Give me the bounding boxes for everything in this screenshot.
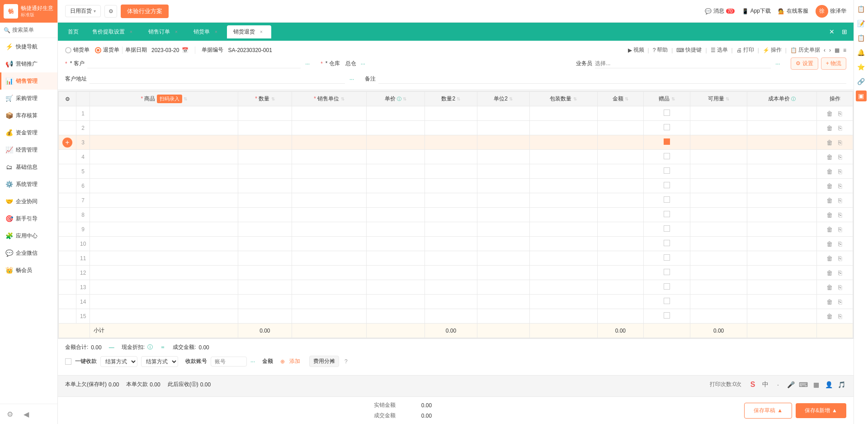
row-gift-cell[interactable] xyxy=(644,164,690,179)
nav-next-icon[interactable]: › xyxy=(829,47,831,53)
sidebar-item-finance[interactable]: 💰 资金管理 xyxy=(0,124,57,141)
gift-checkbox[interactable] xyxy=(664,167,670,174)
gift-checkbox[interactable] xyxy=(664,283,670,290)
keyboard-status-icon[interactable]: ⌨ xyxy=(798,380,808,390)
row-gift-cell[interactable] xyxy=(644,208,690,222)
row-gift-cell[interactable] xyxy=(644,150,690,164)
add-payment-label[interactable]: 添加 xyxy=(289,357,300,365)
gift-checkbox[interactable] xyxy=(664,211,670,217)
gift-checkbox[interactable] xyxy=(664,225,670,232)
cost-info-icon[interactable]: ⓘ xyxy=(791,96,796,101)
fee-split-btn[interactable]: 费用分摊 xyxy=(309,356,339,367)
delete-row-btn[interactable]: 🗑 xyxy=(825,283,834,292)
settings-btn[interactable]: ⚙ 设置 xyxy=(791,57,818,70)
sidebar-item-purchase[interactable]: 🛒 采购管理 xyxy=(0,90,57,107)
collapse-icon[interactable]: ◀ xyxy=(20,408,33,420)
row-product-cell[interactable] xyxy=(90,135,238,150)
sidebar-item-shortcut[interactable]: ⚡ 快捷导航 xyxy=(0,38,57,55)
sort-gift-icon[interactable]: ⇅ xyxy=(671,96,675,101)
tab-sales-return[interactable]: 销货退货 × xyxy=(227,25,271,38)
sort-qty2-icon[interactable]: ⇅ xyxy=(457,96,460,101)
close-tab-sales-delivery[interactable]: × xyxy=(212,28,220,35)
copy-row-btn[interactable]: ⎘ xyxy=(835,210,844,219)
sort-unit-icon[interactable]: ⇅ xyxy=(341,96,344,101)
sidebar-item-guide[interactable]: 🎯 新手引导 xyxy=(0,210,57,227)
gift-checkbox[interactable] xyxy=(664,182,670,188)
dot-icon[interactable]: · xyxy=(773,380,783,390)
row-gift-cell[interactable] xyxy=(644,309,690,324)
toolbar-select[interactable]: ☰ 选单 xyxy=(711,46,728,54)
staff-ellipsis[interactable]: ··· xyxy=(775,61,780,67)
s-icon[interactable]: S xyxy=(748,380,758,390)
radio-return[interactable]: 退货单 xyxy=(95,46,119,54)
sort-unit2-icon[interactable]: ⇅ xyxy=(509,96,513,101)
delete-row-btn[interactable]: 🗑 xyxy=(825,210,834,219)
address-ellipsis[interactable]: ··· xyxy=(349,76,354,82)
gift-checkbox[interactable] xyxy=(664,298,670,304)
right-panel-bell-icon[interactable]: 🔔 xyxy=(856,47,867,58)
delete-row-btn[interactable]: 🗑 xyxy=(825,124,834,133)
add-logistics-btn[interactable]: + 物流 xyxy=(821,57,846,70)
message-btn[interactable]: 💬 消息 70 xyxy=(705,7,735,15)
copy-row-btn[interactable]: ⎘ xyxy=(835,239,844,248)
toolbar-shortcut[interactable]: ⌨ 快捷键 xyxy=(676,46,702,54)
customer-ellipsis[interactable]: ··· xyxy=(305,61,310,67)
right-panel-list-icon[interactable]: 📋 xyxy=(856,33,867,43)
delete-row-btn[interactable]: 🗑 xyxy=(825,167,834,176)
delete-row-btn[interactable]: 🗑 xyxy=(825,268,834,277)
sort-product-icon[interactable]: ⇅ xyxy=(184,96,187,101)
mic-icon[interactable]: 🎤 xyxy=(786,380,796,390)
delete-row-btn[interactable]: 🗑 xyxy=(825,152,834,162)
toolbar-history[interactable]: 📋 历史单据 xyxy=(790,46,820,54)
right-panel-active-icon[interactable]: ▣ xyxy=(856,91,867,101)
gift-checkbox[interactable] xyxy=(664,254,670,261)
settlement-method-select[interactable]: 结算方式 xyxy=(100,356,137,367)
toolbar-help[interactable]: ? 帮助 xyxy=(653,46,668,54)
add-payment-btn[interactable]: ⊕ xyxy=(280,358,285,365)
sidebar-item-inventory[interactable]: 📦 库存核算 xyxy=(0,107,57,124)
radio-sales[interactable]: 销货单 xyxy=(65,46,90,54)
search-menu[interactable]: 🔍 搜索菜单 xyxy=(0,23,57,38)
toolbar-video[interactable]: ▶ 视频 xyxy=(628,46,644,54)
save-new-btn[interactable]: 保存&新增 ▲ xyxy=(796,403,846,418)
gift-checkbox[interactable] xyxy=(664,196,670,203)
sidebar-item-system[interactable]: ⚙️ 系统管理 xyxy=(0,176,57,193)
grid-status-icon[interactable]: ▦ xyxy=(811,380,821,390)
copy-row-btn[interactable]: ⎘ xyxy=(835,109,844,118)
sidebar-item-enterprise[interactable]: 🤝 企业协同 xyxy=(0,193,57,210)
view-list-icon[interactable]: ≡ xyxy=(843,47,846,53)
row-gift-cell[interactable] xyxy=(644,106,690,121)
row-gift-cell[interactable] xyxy=(644,121,690,135)
copy-row-btn[interactable]: ⎘ xyxy=(835,196,844,205)
nav-prev-icon[interactable]: ‹ xyxy=(824,47,826,53)
add-row-btn[interactable]: + xyxy=(62,138,72,148)
copy-row-btn[interactable]: ⎘ xyxy=(835,254,844,263)
tab-sales-order[interactable]: 销售订单 × xyxy=(142,25,186,38)
sidebar-item-wechat[interactable]: 💬 企业微信 xyxy=(0,244,57,262)
price-info-icon[interactable]: ⓘ xyxy=(397,96,401,101)
copy-row-btn[interactable]: ⎘ xyxy=(835,268,844,277)
china-icon[interactable]: 中 xyxy=(760,380,770,390)
delete-row-btn[interactable]: 🗑 xyxy=(825,196,834,205)
copy-row-btn[interactable]: ⎘ xyxy=(835,297,844,306)
toolbar-print[interactable]: 🖨 打印 xyxy=(736,46,754,54)
tab-home[interactable]: 首页 xyxy=(61,25,85,38)
expand-icon[interactable]: ⊞ xyxy=(839,26,850,37)
sidebar-item-base[interactable]: 🗂 基础信息 xyxy=(0,158,57,176)
sort-available-icon[interactable]: ⇅ xyxy=(726,96,729,101)
app-download-btn[interactable]: 📱 App下载 xyxy=(742,7,771,15)
one-key-payment-check[interactable] xyxy=(65,358,71,365)
address-input[interactable] xyxy=(90,74,345,84)
copy-row-btn[interactable]: ⎘ xyxy=(835,152,844,162)
view-grid-icon[interactable]: ▦ xyxy=(835,47,840,53)
copy-row-btn[interactable]: ⎘ xyxy=(835,124,844,133)
copy-row-btn[interactable]: ⎘ xyxy=(835,225,844,234)
staff-input[interactable] xyxy=(595,59,771,68)
row-gift-cell[interactable] xyxy=(644,193,690,208)
customer-input[interactable] xyxy=(87,59,301,68)
delete-row-btn[interactable]: 🗑 xyxy=(825,225,834,234)
tab-sales-delivery[interactable]: 销货单 × xyxy=(187,25,226,38)
save-draft-btn[interactable]: 保存草稿 ▲ xyxy=(744,403,792,419)
sidebar-item-marketing[interactable]: 📢 营销推广 xyxy=(0,55,57,72)
delete-row-btn[interactable]: 🗑 xyxy=(825,138,834,147)
